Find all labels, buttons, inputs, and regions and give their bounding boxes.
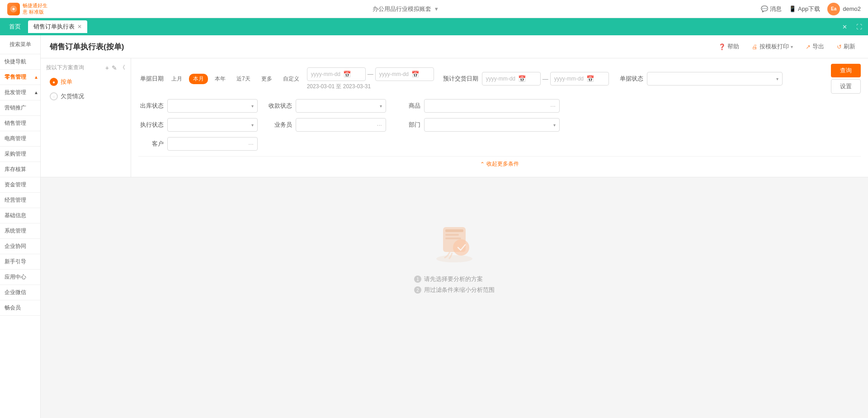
edit-plan-btn[interactable]: ✎: [112, 64, 117, 71]
filter-row-1: 单据日期 上月 本月 本年 近7天 更多 自定义 yy: [138, 64, 861, 94]
filter-row-3: 执行状态 业务员 ··· 部门: [138, 118, 861, 132]
sidebar-search[interactable]: 搜索菜单: [0, 35, 40, 54]
tab-home-label: 首页: [9, 23, 21, 31]
salesperson-select[interactable]: ···: [296, 118, 386, 132]
exec-status-select[interactable]: [167, 118, 258, 132]
sidebar-item-inventory[interactable]: 库存核算: [0, 162, 40, 177]
sidebar-inventory-section: 库存核算: [0, 162, 40, 177]
date-end-placeholder: yyyy-mm-dd: [379, 71, 409, 77]
sidebar-ecommerce-section: 电商管理: [0, 131, 40, 147]
search-menu-label[interactable]: 搜索菜单: [3, 39, 38, 50]
sidebar-finance-section: 资金管理: [0, 177, 40, 193]
expected-date-range: yyyy-mm-dd 📅 — yyyy-mm-dd 📅: [482, 72, 609, 86]
left-plan-panel: 按以下方案查询 + ✎ 《 ● 按单 ○ 欠货情况: [41, 58, 131, 177]
plan-item-by-order[interactable]: ● 按单: [46, 75, 125, 89]
tab-bar: 首页 销售订单执行表 ✕ ✕ ⛶: [0, 18, 868, 35]
avatar: Ea: [827, 3, 840, 15]
app-download-btn[interactable]: 📱 App下载: [789, 5, 820, 13]
filter-row-4: 客户 ···: [138, 137, 861, 151]
refresh-btn[interactable]: ↺ 刷新: [833, 41, 859, 52]
close-all-icon: ✕: [842, 24, 847, 30]
message-btn[interactable]: 💬 消息: [761, 5, 782, 13]
payment-select[interactable]: [296, 99, 386, 113]
doc-status-label: 单据状态: [618, 75, 643, 83]
sidebar-item-newbie[interactable]: 新手引导: [0, 254, 40, 269]
sidebar-item-wechat[interactable]: 企业微信: [0, 285, 40, 300]
date-start-input[interactable]: yyyy-mm-dd 📅: [307, 67, 366, 81]
sidebar-item-sales[interactable]: 销售管理: [0, 116, 40, 131]
sidebar-item-member[interactable]: 畅会员: [0, 300, 40, 315]
dept-arrow-icon: [553, 123, 556, 128]
date-separator: —: [368, 71, 373, 77]
date-start-placeholder: yyyy-mm-dd: [311, 71, 340, 77]
sidebar-item-operation[interactable]: 经营管理: [0, 193, 40, 208]
sidebar-item-retail[interactable]: 零售管理 ▲: [0, 70, 40, 85]
customer-select[interactable]: ···: [167, 137, 258, 151]
quick-last7-btn[interactable]: 近7天: [232, 74, 255, 84]
expected-date-start[interactable]: yyyy-mm-dd 📅: [482, 72, 541, 86]
export-btn[interactable]: ↗ 导出: [802, 41, 828, 52]
sidebar-item-apps[interactable]: 应用中心: [0, 270, 40, 285]
dept-group: 部门: [395, 118, 560, 132]
quick-this-year-btn[interactable]: 本年: [211, 74, 230, 84]
dept-select[interactable]: [424, 118, 560, 132]
query-btn[interactable]: 查询: [831, 64, 861, 77]
sidebar-item-finance[interactable]: 资金管理: [0, 177, 40, 192]
expected-date-label: 预计交货日期: [443, 75, 478, 83]
dept-label: 部门: [395, 121, 420, 129]
print-btn[interactable]: 🖨 按模板打印 ▾: [748, 41, 797, 52]
user-area[interactable]: Ea demo2: [827, 3, 861, 15]
doc-status-arrow-icon: [776, 76, 778, 81]
quick-custom-btn[interactable]: 自定义: [279, 74, 303, 84]
header-dropdown-icon[interactable]: ▾: [435, 5, 438, 12]
tab-close-all-btn[interactable]: ✕: [839, 21, 850, 32]
date-end-input[interactable]: yyyy-mm-dd 📅: [375, 67, 434, 81]
svg-rect-5: [445, 238, 461, 239]
quick-more-btn[interactable]: 更多: [257, 74, 276, 84]
logo-text: 畅捷通好生意 标准版: [23, 3, 50, 14]
collapse-plan-btn[interactable]: 《: [120, 64, 125, 71]
doc-status-group: 单据状态: [618, 72, 783, 86]
plan-item-by-debt[interactable]: ○ 欠货情况: [46, 90, 125, 103]
tab-close-icon[interactable]: ✕: [77, 24, 82, 29]
payment-status-group: 收款状态: [267, 99, 386, 113]
sidebar-item-purchase[interactable]: 采购管理: [0, 147, 40, 162]
sidebar-apps-section: 应用中心: [0, 270, 40, 285]
help-btn[interactable]: ❓ 帮助: [715, 41, 743, 52]
tab-home[interactable]: 首页: [4, 20, 26, 33]
refresh-icon: ↺: [837, 43, 842, 50]
sidebar-item-system[interactable]: 系统管理: [0, 223, 40, 238]
top-header: 畅捷通好生意 标准版 办公用品行业模拟账套 ▾ 💬 消息 📱 App下载 Ea …: [0, 0, 868, 18]
outbound-select[interactable]: [167, 99, 258, 113]
add-plan-btn[interactable]: +: [105, 64, 109, 71]
help-icon: ❓: [718, 43, 726, 50]
product-select[interactable]: ···: [424, 99, 560, 113]
date-range-group: yyyy-mm-dd 📅 — yyyy-mm-dd 📅: [307, 67, 434, 81]
header-center: 办公用品行业模拟账套 ▾: [373, 5, 438, 13]
quick-last-month-btn[interactable]: 上月: [167, 74, 186, 84]
collapse-more-btn[interactable]: ⌃ 收起更多条件: [138, 156, 861, 171]
quick-this-month-btn[interactable]: 本月: [189, 74, 208, 84]
sidebar-item-corp[interactable]: 企业协同: [0, 239, 40, 254]
expected-date-end[interactable]: yyyy-mm-dd 📅: [550, 72, 609, 86]
sidebar-item-quick-nav[interactable]: 快捷导航: [0, 54, 40, 69]
date-label: 单据日期: [138, 75, 164, 83]
expected-calendar-start-icon: 📅: [518, 75, 526, 82]
sidebar-newbie-section: 新手引导: [0, 254, 40, 270]
tab-expand-btn[interactable]: ⛶: [854, 21, 864, 32]
page-actions: ❓ 帮助 🖨 按模板打印 ▾ ↗ 导出 ↺ 刷新: [715, 41, 859, 52]
product-more-icon[interactable]: ···: [550, 102, 556, 109]
logo-area[interactable]: 畅捷通好生意 标准版: [7, 3, 50, 15]
collapse-chevron-icon: ⌃: [480, 161, 485, 167]
sidebar-item-ecommerce[interactable]: 电商管理: [0, 131, 40, 146]
sidebar-item-basic[interactable]: 基础信息: [0, 208, 40, 223]
customer-more-icon[interactable]: ···: [248, 140, 254, 147]
exec-status-label: 执行状态: [138, 121, 164, 129]
sidebar-item-marketing[interactable]: 营销推广: [0, 100, 40, 115]
sidebar-item-wholesale[interactable]: 批发管理 ▲: [0, 85, 40, 100]
settings-btn[interactable]: 设置: [831, 79, 861, 94]
salesperson-more-icon[interactable]: ···: [377, 121, 382, 128]
outbound-status-group: 出库状态: [138, 99, 258, 113]
doc-status-select[interactable]: [647, 72, 783, 86]
tab-sales-exec[interactable]: 销售订单执行表 ✕: [28, 20, 87, 33]
